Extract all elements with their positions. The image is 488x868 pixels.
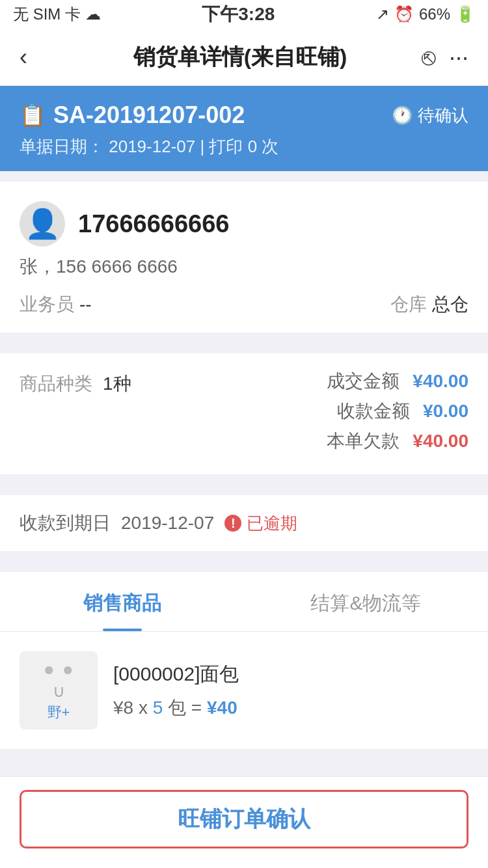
tab-products[interactable]: 销售商品 [0,572,244,631]
avatar: 👤 [20,201,65,247]
order-status-badge: 🕐 待确认 [392,104,468,127]
amount-label: 成交金额 [327,369,400,394]
product-item: ● ● ∪ 野+ [0000002]面包 ¥8 x 5 包 = ¥40 [0,632,488,749]
product-list: ● ● ∪ 野+ [0000002]面包 ¥8 x 5 包 = ¥40 [0,632,488,749]
warehouse-value: 总仓 [432,292,468,317]
unit-price: ¥8 [113,698,133,718]
owed-label: 本单欠款 [327,429,400,454]
customer-section: 👤 17666666666 张，156 6666 6666 业务员 -- 仓库 … [0,182,488,332]
product-logo: ● ● ∪ 野+ [44,659,74,722]
overdue-dot-icon: ! [224,515,241,532]
status-right: ↗ ⏰ 66% 🔋 [376,5,475,23]
unit: 包 [168,698,186,718]
customer-row: 👤 17666666666 [20,201,468,247]
customer-name: 张，156 6666 6666 [20,254,468,279]
order-number: 📋 SA-20191207-002 [20,102,245,129]
status-time: 下午3:28 [202,2,275,27]
battery-icon: 🔋 [455,5,475,23]
status-left: 无 SIM 卡 ☁ [13,4,101,25]
warehouse-info: 仓库 总仓 [390,292,468,317]
product-total: ¥40 [207,698,237,718]
received-row: 收款金额 ¥0.00 [327,399,468,424]
summary-section: 商品种类 1种 成交金额 ¥40.00 收款金额 ¥0.00 本单欠款 ¥40.… [0,353,488,474]
customer-info-row: 业务员 -- 仓库 总仓 [20,292,468,317]
nav-bar: ‹ 销货单详情(来自旺铺) ⎋ ··· [0,29,488,86]
salesperson-value: -- [79,294,92,315]
tabs-section: 销售商品 结算&物流等 [0,572,488,632]
more-icon[interactable]: ··· [449,44,468,71]
amount-row: 成交金额 ¥40.00 [327,369,468,394]
tabs-row: 销售商品 结算&物流等 [0,572,488,632]
person-icon: 👤 [25,207,61,241]
amounts-section: 成交金额 ¥40.00 收款金额 ¥0.00 本单欠款 ¥40.00 [327,369,468,459]
location-icon: ↗ [376,5,389,23]
salesperson-info: 业务员 -- [20,292,92,317]
product-type-info: 商品种类 1种 [20,369,131,396]
product-info: [0000002]面包 ¥8 x 5 包 = ¥40 [113,661,468,720]
order-meta: 单据日期： 2019-12-07 | 打印 0 次 [20,135,468,158]
owed-row: 本单欠款 ¥40.00 [327,429,468,454]
battery-level: 66% [419,5,450,23]
salesperson-label: 业务员 [20,292,74,317]
order-header-card: 📋 SA-20191207-002 🕐 待确认 单据日期： 2019-12-07… [0,86,488,171]
divider-2 [0,343,488,353]
tab-settlement[interactable]: 结算&物流等 [244,572,488,631]
alarm-icon: ⏰ [394,5,414,23]
due-date-label: 收款到期日 [20,511,111,536]
status-bar: 无 SIM 卡 ☁ 下午3:28 ↗ ⏰ 66% 🔋 [0,0,488,29]
page-title: 销货单详情(来自旺铺) [59,42,422,72]
due-date-section: 收款到期日 2019-12-07 ! 已逾期 [0,495,488,551]
warehouse-label: 仓库 [390,292,427,317]
product-type-value: 1种 [103,372,131,396]
bottom-bar: 旺铺订单确认 [0,776,488,868]
order-icon: 📋 [20,103,46,128]
divider-3 [0,485,488,495]
received-value: ¥0.00 [423,401,468,422]
divider-4 [0,562,488,572]
product-thumbnail: ● ● ∪ 野+ [20,651,98,729]
overdue-badge: ! 已逾期 [224,512,297,535]
equals-sign: = [191,698,207,718]
due-date-value: 2019-12-07 [121,513,214,534]
customer-phone: 17666666666 [78,210,229,238]
share-icon[interactable]: ⎋ [422,44,436,71]
clock-icon: 🕐 [392,105,413,126]
product-type-label: 商品种类 [20,372,92,396]
nav-actions: ⎋ ··· [422,44,468,71]
sim-status: 无 SIM 卡 ☁ [13,4,101,25]
back-button[interactable]: ‹ [20,44,59,71]
overdue-text: 已逾期 [247,512,297,535]
received-label: 收款金额 [337,399,410,424]
confirm-order-button[interactable]: 旺铺订单确认 [20,790,468,848]
product-qty: 5 [153,698,163,718]
multiply-sign: x [139,698,153,718]
amount-value: ¥40.00 [413,371,468,392]
divider-1 [0,171,488,182]
status-text: 待确认 [418,104,468,127]
product-price: ¥8 x 5 包 = ¥40 [113,696,468,720]
owed-value: ¥40.00 [413,431,468,452]
product-name: [0000002]面包 [113,661,468,688]
